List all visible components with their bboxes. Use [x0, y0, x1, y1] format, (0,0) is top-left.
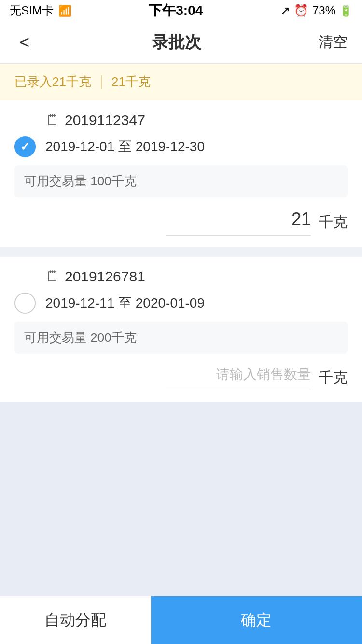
- total-label: 21千克: [111, 73, 151, 90]
- nav-bar: < 录批次 清空: [0, 21, 362, 64]
- batch-date-1: 2019-12-01 至 2019-12-30: [45, 138, 205, 156]
- card-bottom-spacing-2: [0, 390, 362, 402]
- page-title: 录批次: [152, 31, 201, 54]
- status-bar: 无SIM卡 下午3:04 ↗ ⏰ 73%: [0, 0, 362, 21]
- batch-card-1: 🗒 2019112347 2019-12-01 至 2019-12-30 可用交…: [0, 100, 362, 247]
- card-bottom-spacing-1: [0, 236, 362, 247]
- quantity-row-2: 请输入销售数量 千克: [0, 354, 362, 390]
- status-right: ↗ ⏰ 73%: [280, 4, 352, 17]
- battery-icon: [339, 4, 352, 17]
- batch-available-1: 可用交易量 100千克: [14, 165, 348, 197]
- batch-id-row-1: 🗒 2019112347: [45, 112, 348, 128]
- quantity-row-1: 21 千克: [0, 197, 362, 236]
- batch-card-2: 🗒 2019126781 2019-12-11 至 2020-01-09 可用交…: [0, 257, 362, 402]
- document-icon-2: 🗒: [45, 268, 60, 285]
- signal-label: 无SIM卡: [10, 3, 54, 18]
- batch-available-2: 可用交易量 200千克: [14, 322, 348, 354]
- clear-button[interactable]: 清空: [319, 32, 348, 52]
- batch-date-row-1[interactable]: 2019-12-01 至 2019-12-30: [14, 136, 348, 157]
- batch-date-row-2[interactable]: 2019-12-11 至 2020-01-09: [14, 293, 348, 314]
- quantity-unit-2: 千克: [319, 368, 348, 388]
- quantity-input-wrapper-2[interactable]: 请输入销售数量: [166, 365, 311, 390]
- location-icon: ↗: [280, 4, 290, 17]
- confirm-button[interactable]: 确定: [151, 596, 362, 644]
- wifi-icon: [58, 4, 71, 17]
- batch-date-2: 2019-12-11 至 2020-01-09: [45, 294, 205, 312]
- status-time: 下午3:04: [149, 1, 203, 20]
- recorded-label: 已录入21千克: [14, 73, 91, 90]
- quantity-unit-1: 千克: [319, 212, 348, 232]
- radio-button-1[interactable]: [14, 136, 36, 157]
- back-button[interactable]: <: [14, 28, 34, 57]
- quantity-input-wrapper-1[interactable]: 21: [166, 209, 311, 236]
- status-left: 无SIM卡: [10, 3, 71, 18]
- alarm-icon: ⏰: [294, 4, 308, 17]
- batch-item-1: 🗒 2019112347 2019-12-01 至 2019-12-30: [0, 100, 362, 157]
- document-icon-1: 🗒: [45, 112, 60, 128]
- battery-label: 73%: [312, 4, 335, 17]
- batch-id-1: 2019112347: [65, 112, 145, 128]
- batch-item-2: 🗒 2019126781 2019-12-11 至 2020-01-09: [0, 257, 362, 314]
- summary-divider: [101, 75, 102, 89]
- summary-banner: 已录入21千克 21千克: [0, 64, 362, 100]
- batch-id-2: 2019126781: [65, 268, 145, 285]
- batch-id-row-2: 🗒 2019126781: [45, 268, 348, 285]
- quantity-value-1[interactable]: 21: [272, 209, 311, 229]
- empty-area: [0, 402, 362, 596]
- section-divider: [0, 247, 362, 257]
- bottom-bar: 自动分配 确定: [0, 596, 362, 644]
- auto-distribute-button[interactable]: 自动分配: [0, 596, 151, 644]
- radio-button-2[interactable]: [14, 293, 36, 314]
- quantity-placeholder-2: 请输入销售数量: [216, 365, 311, 384]
